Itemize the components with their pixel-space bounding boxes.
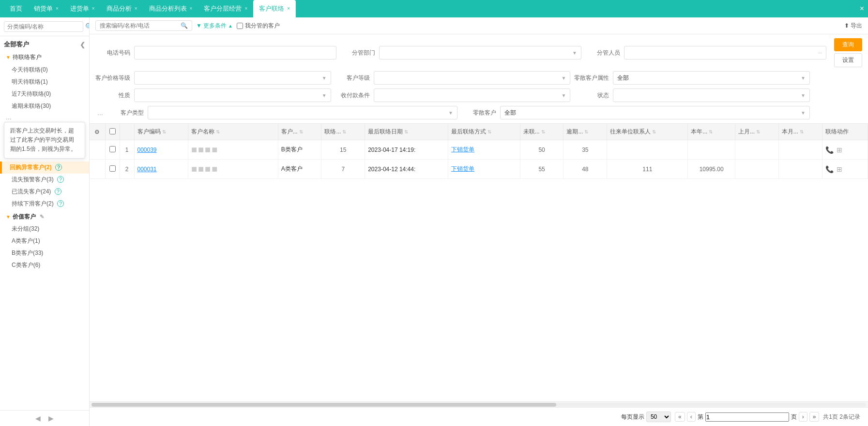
th-lastmethod[interactable]: 最后联络方式⇅ [448, 124, 520, 140]
th-name[interactable]: 客户名称⇅ [188, 124, 278, 140]
th-thisyear[interactable]: 本年...⇅ [688, 124, 735, 140]
nav-analysis-list-close[interactable]: × [190, 0, 193, 17]
row-name-0[interactable]: ■■■■ [188, 140, 278, 160]
main-search-input[interactable] [100, 22, 179, 29]
nav-customer-contact-close[interactable]: × [287, 0, 290, 17]
sidebar-loss-warning[interactable]: 流失预警客户(3) ? [0, 174, 89, 186]
per-page-select[interactable]: 50 20 100 200 [646, 411, 671, 422]
th-overdue[interactable]: 逾期...⇅ [563, 124, 607, 140]
row-select-checkbox-0[interactable] [109, 146, 116, 152]
filter-price-level-select[interactable]: ▼ [134, 71, 331, 85]
filter-phone-input[interactable] [134, 46, 336, 59]
settings-button[interactable]: 设置 [834, 53, 862, 67]
filter-retail-customer-select[interactable]: 全部 ▼ [500, 106, 810, 119]
sidebar-b-class[interactable]: B类客户(33) [0, 247, 89, 259]
nav-customer-contact[interactable]: 客户联络 × [253, 0, 296, 17]
row-phone-icon-1[interactable]: 📞 [825, 165, 834, 173]
prev-page-button[interactable]: ‹ [687, 412, 696, 422]
row-actions-1: 📞 ⊞ [822, 160, 868, 179]
sidebar-left-arrow[interactable]: ◀ [33, 412, 43, 424]
select-all-checkbox[interactable] [109, 128, 116, 134]
row-phone-icon-0[interactable]: 📞 [825, 146, 834, 154]
sidebar-collapse-btn[interactable]: ❮ [80, 41, 85, 48]
horizontal-scrollbar[interactable] [90, 401, 868, 407]
table-header-row: ⚙ 客户编码⇅ 客户名称⇅ 客户...⇅ 联络...⇅ 最后联络日期⇅ 最后联络… [90, 124, 868, 140]
export-button[interactable]: ⬆ 导出 [844, 22, 862, 30]
sidebar-today[interactable]: 今天待联络(0) [0, 64, 89, 76]
sidebar-right-arrow[interactable]: ▶ [46, 412, 56, 424]
sidebar-ungrouped[interactable]: 未分组(32) [0, 223, 89, 235]
sidebar-declining[interactable]: 持续下滑客户(2) ? [0, 198, 89, 210]
scrollbar-thumb[interactable] [91, 403, 556, 407]
th-contact[interactable]: 联络...⇅ [321, 124, 365, 140]
filter-payment-label: 收付款条件 [335, 91, 374, 100]
sidebar-tomorrow[interactable]: 明天待联络(1) [0, 76, 89, 88]
nav-sales[interactable]: 销货单 × [28, 0, 64, 17]
person-select-arrow: ··· [818, 50, 822, 56]
nav-home[interactable]: 首页 [4, 0, 28, 17]
filter-nature-label: 性质 [95, 91, 134, 100]
filter-mine-checkbox[interactable] [237, 23, 243, 29]
sidebar-overdue[interactable]: 逾期未联络(30) [0, 100, 89, 112]
filter-status-label: 状态 [574, 91, 613, 100]
row-lastmethod-0[interactable]: 下销货单 [448, 140, 520, 160]
sidebar-c-class[interactable]: C类客户(6) [0, 259, 89, 271]
main-search-icon[interactable]: 🔍 [181, 22, 188, 29]
th-lastdate[interactable]: 最后联络日期⇅ [365, 124, 448, 140]
th-contacts[interactable]: 往来单位联系人⇅ [607, 124, 688, 140]
nav-purchase[interactable]: 进货单 × [64, 0, 101, 17]
sidebar-search-icon[interactable]: 🔍 [85, 23, 90, 30]
row-thismonth-0 [778, 140, 822, 160]
row-select-checkbox-1[interactable] [109, 165, 116, 172]
filter-person-select[interactable]: ··· [624, 46, 826, 59]
filter-customer-type-select[interactable]: ▼ [148, 106, 457, 119]
filter-payment-select[interactable]: ▼ [374, 88, 571, 102]
sort-code-icon: ⇅ [162, 129, 166, 134]
first-page-button[interactable]: « [675, 412, 685, 422]
filter-mine-checkbox-area[interactable]: 我分管的客户 [237, 22, 280, 30]
th-category[interactable]: 客户...⇅ [278, 124, 321, 140]
sidebar-a-class[interactable]: A类客户(1) [0, 235, 89, 247]
th-thismonth[interactable]: 本月...⇅ [778, 124, 822, 140]
row-lastmethod-1[interactable]: 下销货单 [448, 160, 520, 179]
nav-analysis-list[interactable]: 商品分析列表 × [143, 0, 198, 17]
page-number-input[interactable] [705, 412, 789, 422]
sidebar-search-input[interactable] [4, 21, 83, 32]
nav-purchase-close[interactable]: × [92, 0, 95, 17]
last-page-button[interactable]: » [809, 412, 820, 422]
sidebar-repurchase-abnormal[interactable]: 回购异常客户(2) ? [0, 162, 89, 174]
query-button[interactable]: 查询 [834, 38, 862, 51]
next-page-button[interactable]: › [799, 412, 807, 422]
row-more-icon-1[interactable]: ⊞ [837, 165, 842, 173]
filter-more-btn[interactable]: ▼ 更多条件 ▲ [196, 22, 233, 30]
nav-sales-close[interactable]: × [56, 0, 59, 17]
th-code[interactable]: 客户编码⇅ [134, 124, 188, 140]
sidebar-all-customers[interactable]: 全部客户 ❮ [0, 36, 89, 51]
filter-nature-select[interactable]: ▼ [134, 88, 331, 102]
window-close-button[interactable]: × [860, 0, 864, 17]
row-more-icon-0[interactable]: ⊞ [837, 146, 842, 154]
th-unreached[interactable]: 未联...⇅ [520, 124, 563, 140]
sidebar-pending-title[interactable]: ▼ 待联络客户 [0, 51, 89, 64]
value-group-edit-icon[interactable]: ✎ [40, 214, 44, 220]
row-code-0[interactable]: 000039 [134, 140, 188, 160]
th-lastmonth[interactable]: 上月...⇅ [735, 124, 778, 140]
tooltip-trigger-dots[interactable]: ... [4, 113, 14, 121]
th-gear[interactable]: ⚙ [90, 124, 105, 140]
sidebar-week[interactable]: 近7天待联络(0) [0, 88, 89, 100]
filter-customer-type-label: 客户类型 [109, 109, 148, 117]
row-code-1[interactable]: 000031 [134, 160, 188, 179]
filter-row4-dots[interactable]: ... [95, 109, 105, 117]
nav-customer-segment-close[interactable]: × [244, 0, 247, 17]
filter-dept-select[interactable]: ▼ [379, 46, 581, 59]
nav-analysis-close[interactable]: × [135, 0, 137, 17]
nav-analysis[interactable]: 商品分析 × [101, 0, 143, 17]
sidebar-lost[interactable]: 已流失客户(24) ? [0, 186, 89, 198]
filter-retail-attr-select[interactable]: 全部 ▼ [613, 71, 810, 85]
filter-customer-level-select[interactable]: ▼ [374, 71, 571, 85]
filter-status-select[interactable]: ▼ [613, 88, 810, 102]
nav-customer-segment[interactable]: 客户分层经营 × [198, 0, 253, 17]
sidebar-value-group-title[interactable]: ▼ 价值客户 ✎ [0, 210, 89, 223]
row-lastdate-1: 2023-04-12 14:44: [365, 160, 448, 179]
row-name-1[interactable]: ■■■■ [188, 160, 278, 179]
